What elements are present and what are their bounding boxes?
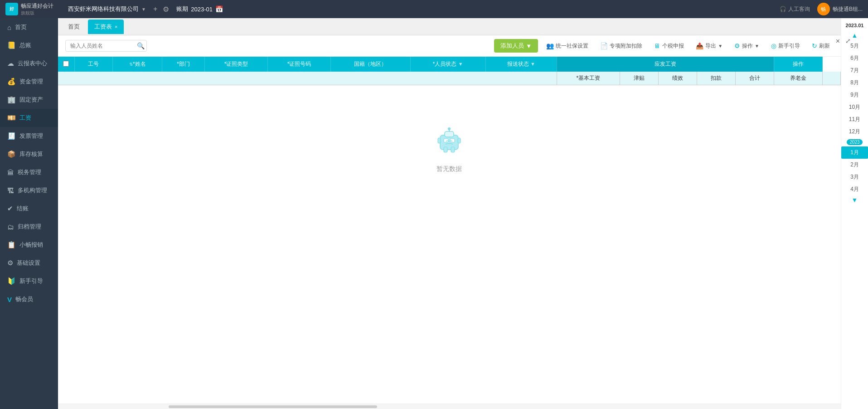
add-person-chevron-icon: ▼ — [526, 43, 532, 49]
add-company-button[interactable]: + — [153, 5, 157, 13]
multi-org-icon: 🏗 — [7, 187, 14, 195]
month-item-1[interactable]: 1月 — [841, 146, 868, 159]
month-item-10[interactable]: 10月 — [841, 101, 868, 113]
sidebar-item-tax[interactable]: 🏛 税务管理 — [0, 163, 58, 181]
sidebar-item-multi-org[interactable]: 🏗 多机构管理 — [0, 181, 58, 200]
operate-chevron-icon: ▼ — [755, 44, 759, 49]
month-item-12[interactable]: 12月 — [841, 126, 868, 138]
sidebar-item-inventory[interactable]: 📦 库存核算 — [0, 145, 58, 163]
year-badge: 2023 — [847, 139, 862, 145]
empty-state: 暂无数据 — [58, 85, 841, 209]
month-item-11[interactable]: 11月 — [841, 113, 868, 126]
sub-th-spacer — [58, 72, 557, 85]
operate-button[interactable]: ⚙ 操作 ▼ — [731, 40, 763, 52]
sidebar-item-salary[interactable]: 💴 工资 — [0, 109, 58, 127]
sidebar-item-assets[interactable]: 🏢 固定资产 — [0, 91, 58, 109]
sidebar-item-member[interactable]: V 畅会员 — [0, 290, 58, 308]
sidebar-item-settings[interactable]: ⚙ 基础设置 — [0, 254, 58, 272]
content-area: × ⤢ 首页 工资表 × 🔍 添加人员 ▼ — [58, 18, 841, 409]
sidebar-label-inventory: 库存核算 — [19, 150, 43, 158]
filter-report-icon[interactable]: ▼ — [530, 61, 535, 67]
empty-text: 暂无数据 — [436, 165, 462, 173]
add-person-label: 添加人员 — [500, 42, 524, 50]
scroll-bar-area — [58, 404, 841, 409]
sidebar-item-fund[interactable]: 💰 资金管理 — [0, 73, 58, 91]
tax-report-icon: 🖥 — [654, 42, 660, 49]
user-info[interactable]: 畅 畅捷通B组... — [817, 3, 863, 15]
panel-period-header: 2023.01 — [844, 20, 866, 31]
tab-salary-close-icon[interactable]: × — [115, 24, 117, 29]
month-scroll-up-button[interactable]: ▲ — [851, 31, 859, 40]
select-all-checkbox[interactable] — [63, 61, 69, 67]
logo-subtitle: 旗舰版 — [21, 10, 53, 16]
sidebar-label-tax: 税务管理 — [18, 168, 41, 176]
headset-icon: 🎧 — [780, 6, 786, 12]
company-selector[interactable]: 西安虾米网络科技有限公司 ▼ — [68, 5, 146, 13]
social-settings-button[interactable]: 👥 统一社保设置 — [543, 40, 592, 52]
table-sub-header-row: *基本工资 津贴 绩效 扣款 合计 养老金 — [58, 72, 841, 85]
sidebar-label-multi-org: 多机构管理 — [18, 186, 47, 195]
calendar-icon[interactable]: 📅 — [215, 5, 223, 13]
month-scroll-down-button[interactable]: ▼ — [851, 195, 859, 204]
sidebar-item-ledger[interactable]: 📒 总账 — [0, 36, 58, 54]
sidebar-item-archive[interactable]: 🗂 归档管理 — [0, 218, 58, 236]
sidebar-label-checkout: 结账 — [17, 204, 29, 213]
sort-name-icon[interactable]: ⇅ — [129, 62, 133, 67]
scroll-thumb[interactable] — [169, 405, 377, 408]
add-person-button[interactable]: 添加人员 ▼ — [494, 39, 538, 53]
period-value: 2023-01 — [191, 6, 213, 13]
month-item-7[interactable]: 7月 — [841, 64, 868, 77]
svg-rect-6 — [438, 138, 441, 143]
search-icon[interactable]: 🔍 — [137, 42, 145, 49]
month-item-9[interactable]: 9月 — [841, 89, 868, 101]
sidebar-item-guide[interactable]: 🔰 新手引导 — [0, 272, 58, 290]
newbie-label: 新手引导 — [778, 42, 800, 50]
month-item-4[interactable]: 4月 — [841, 183, 868, 195]
sidebar-item-invoice[interactable]: 🧾 发票管理 — [0, 127, 58, 145]
svg-rect-0 — [440, 135, 458, 150]
svg-rect-9 — [451, 147, 455, 152]
newbie-guide-button[interactable]: ◎ 新手引导 — [767, 40, 804, 52]
table-body: 暂无数据 — [58, 85, 841, 210]
th-status: *人员状态 ▼ — [410, 57, 485, 72]
export-label: 导出 — [705, 42, 716, 50]
th-id-type: *证照类型 — [205, 57, 268, 72]
month-item-2[interactable]: 2月 — [841, 159, 868, 171]
month-item-3[interactable]: 3月 — [841, 171, 868, 183]
tax-report-label: 个税申报 — [662, 42, 684, 50]
user-service[interactable]: 🎧 人工客询 — [780, 5, 810, 13]
special-deduct-button[interactable]: 📄 专项附加扣除 — [596, 40, 646, 52]
sidebar-item-home[interactable]: ⌂ 首页 — [0, 18, 58, 36]
svg-rect-7 — [458, 138, 461, 143]
sub-th-base-salary: *基本工资 — [557, 72, 620, 85]
expense-icon: 📋 — [7, 241, 16, 249]
guide-icon: 🔰 — [7, 277, 16, 285]
th-emp-id: 工号 — [74, 57, 113, 72]
th-checkbox[interactable] — [58, 57, 74, 72]
month-item-6[interactable]: 6月 — [841, 52, 868, 64]
tab-home[interactable]: 首页 — [62, 19, 86, 34]
refresh-button[interactable]: ↻ 刷新 — [808, 40, 834, 52]
filter-status-icon[interactable]: ▼ — [458, 61, 463, 67]
table-header-row: 工号 ⇅*姓名 *部门 *证照类型 *证照号码 国籍（地区） *人员状态 ▼ — [58, 57, 841, 72]
sidebar-item-expense[interactable]: 📋 小畅报销 — [0, 236, 58, 254]
sidebar: ⌂ 首页 📒 总账 ☁ 云报表中心 💰 资金管理 🏢 固定资产 💴 工资 🧾 发… — [0, 18, 58, 409]
sidebar-item-checkout[interactable]: ✔ 结账 — [0, 200, 58, 218]
main-layout: ⌂ 首页 📒 总账 ☁ 云报表中心 💰 资金管理 🏢 固定资产 💴 工资 🧾 发… — [0, 18, 868, 409]
search-input[interactable] — [65, 40, 147, 52]
social-settings-label: 统一社保设置 — [556, 42, 588, 50]
month-item-8[interactable]: 8月 — [841, 77, 868, 89]
panel-close-button[interactable]: × — [836, 37, 840, 45]
export-button[interactable]: 📤 导出 ▼ — [692, 40, 726, 52]
assets-icon: 🏢 — [7, 96, 16, 104]
logo-area: 好 畅应通好会计 旗舰版 — [5, 2, 63, 16]
empty-cell: 暂无数据 — [58, 85, 841, 210]
settings-sidebar-icon: ⚙ — [7, 259, 13, 267]
tax-report-button[interactable]: 🖥 个税申报 — [650, 40, 688, 52]
operate-icon: ⚙ — [734, 42, 740, 49]
tab-salary[interactable]: 工资表 × — [88, 19, 124, 34]
sidebar-item-cloud-report[interactable]: ☁ 云报表中心 — [0, 54, 58, 73]
settings-button[interactable]: ⚙ — [163, 5, 169, 14]
export-chevron-icon: ▼ — [718, 44, 723, 49]
refresh-label: 刷新 — [819, 42, 830, 50]
